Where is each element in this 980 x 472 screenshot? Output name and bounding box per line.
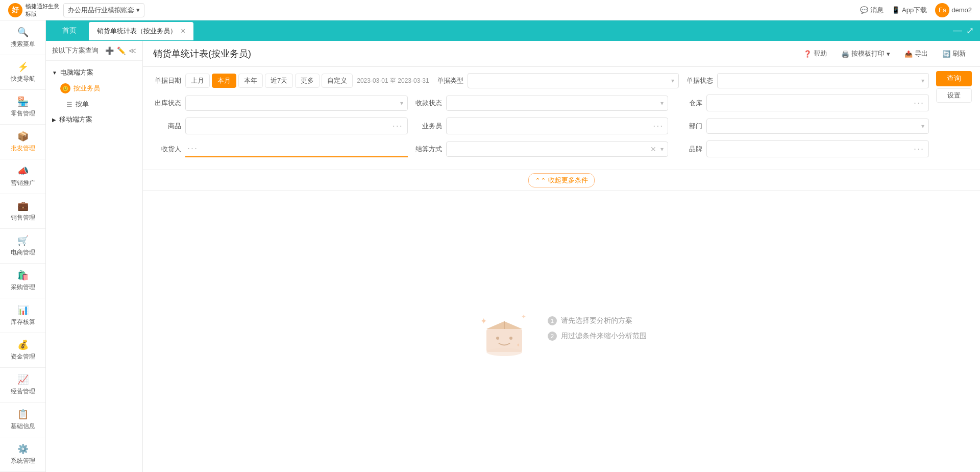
sidebar-item-purchase[interactable]: 🛍️ 采购管理 [0, 264, 45, 298]
help-button[interactable]: ❓ 帮助 [799, 47, 831, 60]
print-button[interactable]: 🖨️ 按模板打印 ▾ [837, 47, 894, 60]
refresh-button[interactable]: 🔄 刷新 [938, 47, 970, 60]
query-button[interactable]: 查询 [936, 71, 972, 86]
salesperson-filter: 业务员 ··· [414, 117, 669, 134]
product-label: 商品 [153, 122, 181, 131]
department-control[interactable]: ▾ [706, 119, 929, 134]
empty-hint-1: 1 请先选择要分析的方案 [548, 316, 647, 325]
tab-close-button[interactable]: × [181, 27, 185, 36]
page-title-bar: 销货单统计表(按业务员) ❓ 帮助 🖨️ 按模板打印 ▾ 📤 [143, 41, 980, 67]
salesperson-control[interactable]: ··· [446, 117, 669, 134]
date-btn-last-month[interactable]: 上月 [185, 74, 210, 88]
brand-dots-icon: ··· [914, 144, 924, 154]
settlement-dropdown-icon: ▾ [660, 146, 664, 153]
outbound-status-label: 出库状态 [153, 99, 181, 108]
warehouse-dots-icon: ··· [914, 98, 924, 108]
message-action[interactable]: 💬 消息 [860, 6, 884, 15]
svg-text:✦: ✦ [480, 317, 487, 325]
payment-status-filter: 收款状态 ▾ [414, 95, 669, 111]
settlement-control[interactable]: ✕ ▾ [446, 141, 669, 157]
empty-hint-2: 2 用过滤条件来缩小分析范围 [548, 332, 647, 341]
operations-icon: 📈 [17, 374, 29, 385]
sidebar-item-finance[interactable]: 💰 资金管理 [0, 333, 45, 368]
date-btn-more[interactable]: 更多 [295, 74, 320, 88]
sidebar-item-operations[interactable]: 📈 经营管理 [0, 368, 45, 403]
tab-home[interactable]: 首页 [52, 20, 87, 41]
empty-state-content: ✦ ✦ ✦ 1 请先选择要分析的方案 2 用过滤条件来缩小分析范围 [476, 303, 647, 360]
brand-control[interactable]: ··· [706, 140, 929, 157]
settings-button[interactable]: 设置 [936, 88, 972, 103]
settlement-clear-icon[interactable]: ✕ [650, 145, 656, 153]
ecommerce-icon: 🛒 [17, 235, 29, 246]
app-download-action[interactable]: 📱 App下载 [892, 6, 927, 15]
print-icon: 🖨️ [841, 50, 849, 58]
sidebar-item-marketing[interactable]: 📣 营销推广 [0, 159, 45, 194]
order-scheme-icon: ☰ [66, 101, 72, 108]
logo-area: 好 畅捷通好生意 标版 [8, 3, 59, 17]
export-button[interactable]: 📤 导出 [900, 47, 932, 60]
help-icon: ❓ [803, 50, 812, 58]
edit-scheme-button[interactable]: ✏️ [117, 46, 126, 55]
sidebar-item-wholesale[interactable]: 📦 批发管理 [0, 125, 45, 159]
date-btn-this-month[interactable]: 本月 [212, 74, 236, 88]
user-action[interactable]: Ea demo2 [935, 3, 972, 17]
search-icon: 🔍 [17, 27, 29, 38]
app-selector[interactable]: 办公用品行业模拟账套 ▾ [63, 3, 144, 17]
collapse-scheme-button[interactable]: ≪ [129, 46, 136, 55]
sidebar-item-quick-nav[interactable]: ⚡ 快捷导航 [0, 55, 45, 90]
document-status-control[interactable]: ▾ [717, 73, 929, 88]
download-icon: 📱 [892, 6, 900, 14]
salesperson-scheme-icon: 🙂 [60, 83, 70, 93]
add-scheme-button[interactable]: ➕ [105, 46, 114, 55]
outbound-status-control[interactable]: ▾ [185, 96, 408, 111]
product-control[interactable]: ··· [185, 117, 408, 134]
filter-row-2: 出库状态 ▾ 收款状态 ▾ [153, 95, 929, 111]
chevron-down-icon: ▾ [136, 6, 140, 14]
tree-group-desktop-header[interactable]: ▼ 电脑端方案 [46, 65, 142, 80]
document-type-filter: 单据类型 ▾ [435, 73, 679, 88]
svg-rect-1 [486, 329, 522, 352]
department-dropdown-icon: ▾ [921, 123, 924, 130]
warehouse-control[interactable]: ··· [706, 95, 929, 111]
marketing-icon: 📣 [17, 166, 29, 177]
sidebar-item-ecommerce[interactable]: 🛒 电商管理 [0, 229, 45, 264]
date-buttons-group: 上月 本月 本年 近7天 更多 自定义 2023-03-01 至 2023-03… [185, 74, 429, 88]
collapse-arrow-icon: ▶ [52, 117, 56, 123]
action-buttons: 查询 设置 [936, 71, 972, 103]
logo-icon: 好 [8, 3, 22, 17]
salesperson-label: 业务员 [414, 122, 442, 131]
tree-group-mobile-header[interactable]: ▶ 移动端方案 [46, 112, 142, 127]
outbound-status-filter: 出库状态 ▾ [153, 95, 408, 111]
hint-number-1: 1 [548, 316, 557, 325]
export-icon: 📤 [904, 50, 913, 58]
date-btn-custom[interactable]: 自定义 [322, 74, 353, 88]
scheme-panel-header: 按以下方案查询 ➕ ✏️ ≪ [46, 41, 142, 61]
scheme-tree: ▼ 电脑端方案 🙂 按业务员 ☰ 按单 [46, 61, 142, 472]
date-btn-this-year[interactable]: 本年 [238, 74, 263, 88]
sidebar-item-retail[interactable]: 🏪 零售管理 [0, 90, 45, 125]
minimize-button[interactable]: — [953, 25, 962, 36]
sidebar-item-inventory[interactable]: 📊 库存核算 [0, 298, 45, 333]
document-type-control[interactable]: ▾ [468, 73, 679, 88]
sales-icon: 💼 [17, 200, 29, 211]
date-btn-7days[interactable]: 近7天 [265, 74, 293, 88]
filter-row-4: 收货人 ··· 结算方式 [153, 140, 929, 157]
filter-area: 单据日期 上月 本月 本年 近7天 更多 自定义 2023-03-01 至 20… [143, 67, 980, 170]
maximize-button[interactable]: ⤢ [966, 25, 974, 36]
tree-group-desktop: ▼ 电脑端方案 🙂 按业务员 ☰ 按单 [46, 65, 142, 112]
tab-active[interactable]: 销货单统计表（按业务员） × [89, 22, 193, 40]
recipient-control[interactable]: ··· [185, 140, 408, 157]
sidebar-item-system[interactable]: ⚙️ 系统管理 [0, 437, 45, 472]
sidebar-item-search-menu[interactable]: 🔍 搜索菜单 [0, 20, 45, 55]
collapse-more-button[interactable]: ⌃⌃ 收起更多条件 [528, 173, 595, 187]
refresh-icon: 🔄 [942, 50, 950, 58]
svg-point-4 [496, 337, 499, 340]
tree-item-by-salesperson[interactable]: 🙂 按业务员 [46, 80, 142, 97]
top-header: 好 畅捷通好生意 标版 办公用品行业模拟账套 ▾ 💬 消息 📱 App下载 Ea… [0, 0, 980, 20]
sidebar-item-basic-info[interactable]: 📋 基础信息 [0, 403, 45, 437]
sidebar-item-sales[interactable]: 💼 销售管理 [0, 194, 45, 229]
empty-state: ✦ ✦ ✦ 1 请先选择要分析的方案 2 用过滤条件来缩小分析范围 [143, 191, 980, 472]
department-label: 部门 [674, 122, 702, 131]
tree-item-by-order[interactable]: ☰ 按单 [46, 97, 142, 112]
payment-status-control[interactable]: ▾ [446, 96, 669, 111]
